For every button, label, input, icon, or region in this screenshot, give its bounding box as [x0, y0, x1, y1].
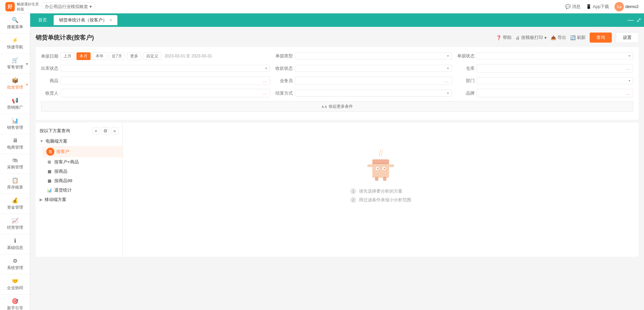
sidebar-item-cooperation[interactable]: 🤝 企业协同	[0, 274, 30, 295]
collapse-label: 收起更多条件	[329, 104, 353, 109]
chevron-down-icon: ▾	[265, 66, 267, 70]
expand-arrow-icon: ▾	[26, 62, 28, 65]
doc-type-select[interactable]: ▾	[295, 52, 451, 59]
date-filter-group: 单据日期 上月 本月 本年 近7天 更多 自定义 2023-03-01 至 20…	[41, 52, 270, 60]
sidebar-item-label: 库存核算	[7, 185, 23, 190]
tab-controls: — ⤢	[628, 16, 641, 24]
sidebar-item-system[interactable]: ⚙ 系统管理	[0, 254, 30, 274]
help-btn[interactable]: ❓ 帮助	[496, 35, 512, 41]
content-area: 首页 销货单统计表（按客户） × — ⤢ 销货单统计表(按客户) ❓ 帮助	[30, 13, 644, 310]
warehouse-select[interactable]: …	[477, 64, 633, 72]
export-btn[interactable]: 📤 导出	[551, 35, 566, 41]
sidebar-item-retail[interactable]: 🛒 零售管理 ▾	[0, 54, 30, 74]
date-custom-btn[interactable]: 自定义	[143, 52, 161, 60]
sidebar-item-quicknav[interactable]: ⚡ 快捷导航	[0, 34, 30, 54]
print-btn[interactable]: 🖨 按模板打印 ▾	[516, 35, 547, 41]
svg-rect-2	[367, 164, 373, 167]
operations-icon: 📈	[12, 217, 18, 224]
download-icon: 📱	[586, 4, 591, 9]
brand-select[interactable]: …	[477, 89, 633, 97]
tab-maximize-icon[interactable]: ⤢	[636, 16, 641, 24]
department-filter: 部门 ▾	[457, 77, 633, 84]
refresh-btn[interactable]: 🔄 刷新	[570, 35, 586, 41]
collapse-bar[interactable]: ∧∧ 收起更多条件	[41, 101, 633, 112]
settings-btn[interactable]: 设置	[616, 32, 639, 43]
tree-item-return-stats[interactable]: 📊 退货统计	[42, 186, 122, 195]
date-range-text: 2023-03-01 至 2023-03-31	[165, 53, 212, 59]
empty-tip-2: 2 用过滤条件来缩小分析范围	[350, 197, 411, 203]
goods-select[interactable]: …	[60, 76, 270, 85]
receiver-select[interactable]: …	[60, 89, 270, 97]
tree-desktop-group[interactable]: ▼ 电脑端方案	[36, 137, 122, 146]
sidebar-item-search[interactable]: 🔍 搜索菜单	[0, 13, 30, 34]
more-icon[interactable]: …	[626, 91, 630, 96]
sidebar-item-inventory[interactable]: 📋 库存核算	[0, 174, 30, 194]
sidebar-item-operations[interactable]: 📈 经营管理	[0, 214, 30, 234]
date-last-month-btn[interactable]: 上月	[60, 52, 74, 60]
tab-minimize-icon[interactable]: —	[628, 16, 634, 24]
collapse-up-icon: ∧∧	[321, 104, 327, 109]
expand-arrow-icon: ▴	[26, 82, 28, 86]
tree-mobile-group[interactable]: ▶ 移动端方案	[36, 195, 122, 204]
tree-group-label: 移动端方案	[45, 197, 66, 203]
sidebar-item-sales[interactable]: 📊 销售管理	[0, 114, 30, 134]
scheme-collapse-btn[interactable]: «	[111, 127, 118, 135]
sidebar-item-label: 批发管理	[7, 85, 23, 90]
user-area[interactable]: Ea demo2	[614, 2, 639, 11]
doc-status-select[interactable]: ▾	[477, 52, 633, 59]
sidebar-item-marketing[interactable]: 📢 营销推广	[0, 94, 30, 114]
tab-home-label: 首页	[38, 17, 47, 23]
brand-label: 品牌	[457, 90, 475, 96]
query-btn[interactable]: 查询	[590, 33, 612, 43]
sidebar-item-wholesale[interactable]: 📦 批发管理 ▴	[0, 74, 30, 94]
sidebar-item-label: 搜索菜单	[7, 24, 23, 30]
sidebar-item-purchase[interactable]: 🛍 采购管理	[0, 154, 30, 174]
department-label: 部门	[457, 78, 475, 84]
page-content: 销货单统计表(按客户) ❓ 帮助 🖨 按模板打印 ▾ 📤 导出	[30, 27, 644, 310]
receipt-status-filter: 收款状态 ▾	[275, 65, 451, 72]
date-last7days-btn[interactable]: 近7天	[109, 52, 125, 60]
basic-icon: ℹ	[14, 238, 16, 244]
more-icon[interactable]: …	[263, 91, 267, 96]
app-download-btn[interactable]: 📱 App下载	[586, 4, 609, 10]
sidebar-item-finance[interactable]: 💰 资金管理	[0, 194, 30, 214]
left-panel-actions: + ⚙ «	[92, 127, 118, 135]
more-icon[interactable]: …	[626, 66, 630, 71]
sidebar-item-ecommerce[interactable]: 🖥 电商管理	[0, 134, 30, 154]
svg-rect-3	[389, 164, 394, 167]
department-select[interactable]: ▾	[477, 77, 633, 84]
out-status-select[interactable]: ▾	[60, 65, 270, 72]
filter-row-4: 收货人 … 结算方式 ▾ 品牌	[41, 89, 633, 97]
tree-item-by-goods[interactable]: ▦ 按商品	[42, 167, 122, 176]
chevron-down-icon: ▾	[629, 79, 630, 83]
date-more-btn[interactable]: 更多	[127, 52, 141, 60]
tree-item-by-customer[interactable]: 客 按客户	[42, 146, 122, 157]
company-selector[interactable]: 办公用品行业模拟账套 ▾	[42, 2, 95, 11]
scheme-settings-btn[interactable]: ⚙	[102, 127, 109, 135]
tree-item-by-customer-goods[interactable]: ⊞ 按客户+商品	[42, 157, 122, 167]
tree-item-by-goods-99[interactable]: ▦ 按商品99	[42, 176, 122, 186]
message-btn[interactable]: 💬 消息	[565, 4, 581, 10]
tab-sales-stats[interactable]: 销货单统计表（按客户） ×	[54, 15, 117, 25]
logo-icon: 好	[5, 2, 15, 11]
chevron-down-icon: ▾	[447, 91, 449, 95]
settlement-select[interactable]: ▾	[295, 90, 451, 97]
receipt-status-select[interactable]: ▾	[295, 65, 451, 72]
scheme-icon: ▦	[46, 168, 52, 174]
date-this-year-btn[interactable]: 本年	[93, 52, 107, 60]
sidebar-item-newbie[interactable]: 🎯 新手引导	[0, 295, 30, 310]
date-this-month-btn[interactable]: 本月	[76, 52, 91, 60]
help-icon: ❓	[496, 35, 501, 40]
chevron-down-icon: ▾	[629, 54, 630, 58]
tab-home[interactable]: 首页	[33, 15, 52, 25]
svg-point-7	[384, 168, 385, 169]
more-icon[interactable]: …	[444, 78, 449, 83]
doc-status-label: 单据状态	[457, 53, 475, 59]
wholesale-icon: 📦	[12, 77, 18, 84]
tab-close-icon[interactable]: ×	[110, 18, 112, 22]
add-scheme-btn[interactable]: +	[92, 127, 100, 135]
salesperson-select[interactable]: …	[295, 76, 451, 85]
filter-row-3: 商品 … 业务员 … 部门	[41, 76, 633, 85]
more-icon[interactable]: …	[263, 78, 267, 83]
sidebar-item-basic[interactable]: ℹ 基础信息	[0, 234, 30, 254]
